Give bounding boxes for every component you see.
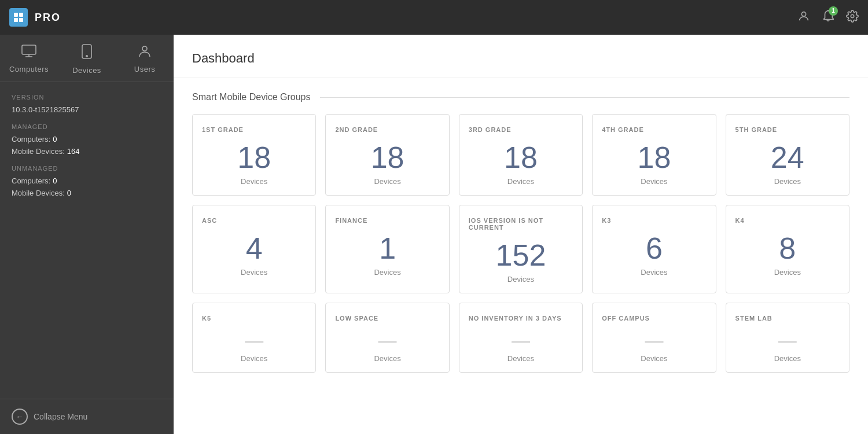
card-group-name: 1ST GRADE [202, 126, 306, 133]
card-group-name: OFF CAMPUS [602, 315, 706, 322]
card-devices-label: Devices [202, 268, 306, 277]
unmanaged-mobile-row: Mobile Devices: 0 [12, 189, 162, 197]
card-devices-label: Devices [202, 354, 306, 363]
alerts-icon-btn[interactable]: 1 [822, 10, 834, 25]
svg-rect-6 [22, 45, 36, 54]
device-grid-row2: ASC 4 Devices FINANCE 1 Devices IOS VERS… [192, 205, 849, 293]
top-nav-right: 1 [797, 10, 859, 25]
device-card[interactable]: STEM LAB — Devices [726, 303, 849, 373]
card-group-name: ASC [202, 217, 306, 224]
card-count: — [469, 331, 573, 350]
sidebar-info: VERSION 10.3.0-t1521825567 MANAGED Compu… [0, 82, 174, 399]
dashboard-title: Dashboard [192, 51, 849, 66]
device-card[interactable]: K4 8 Devices [726, 205, 849, 293]
device-card[interactable]: 4TH GRADE 18 Devices [592, 114, 716, 196]
card-count: 18 [469, 142, 573, 172]
main-layout: Computers Devices Users [0, 35, 868, 434]
top-nav: PRO 1 [0, 0, 868, 35]
card-devices-label: Devices [602, 177, 706, 186]
managed-computers-val: 0 [53, 135, 57, 144]
device-card[interactable]: FINANCE 1 Devices [325, 205, 449, 293]
dashboard-header: Dashboard [174, 35, 868, 78]
devices-icon [81, 44, 93, 62]
card-count: 18 [602, 142, 706, 172]
card-group-name: IOS VERSION IS NOT CURRENT [469, 217, 573, 231]
version-label: VERSION [12, 94, 162, 101]
card-group-name: STEM LAB [735, 315, 840, 322]
managed-mobile-val: 164 [67, 147, 80, 156]
svg-point-10 [86, 56, 87, 57]
unmanaged-mobile-val: 0 [67, 189, 71, 197]
card-count: — [735, 331, 840, 350]
device-card[interactable]: LOW SPACE — Devices [325, 303, 449, 373]
card-count: — [602, 331, 706, 350]
unmanaged-mobile-key: Mobile Devices: [12, 189, 65, 197]
card-group-name: 3RD GRADE [469, 126, 573, 133]
card-devices-label: Devices [602, 268, 706, 277]
card-devices-label: Devices [469, 177, 573, 186]
card-devices-label: Devices [469, 354, 573, 363]
card-count: 1 [335, 233, 439, 263]
managed-label: MANAGED [12, 123, 162, 130]
sidebar-tab-devices[interactable]: Devices [58, 35, 116, 82]
card-devices-label: Devices [469, 275, 573, 284]
device-grid-row1: 1ST GRADE 18 Devices 2ND GRADE 18 Device… [192, 114, 849, 196]
users-tab-label: Users [134, 65, 155, 73]
device-card[interactable]: K5 — Devices [192, 303, 316, 373]
managed-computers-key: Computers: [12, 135, 50, 144]
device-grid-row3: K5 — Devices LOW SPACE — Devices NO INVE… [192, 303, 849, 373]
collapse-menu-btn[interactable]: ← Collapse Menu [0, 399, 174, 434]
unmanaged-label: UNMANAGED [12, 165, 162, 172]
computers-icon [21, 44, 37, 61]
card-devices-label: Devices [335, 354, 439, 363]
jamf-logo-icon [9, 8, 28, 27]
card-count: 24 [735, 142, 840, 172]
card-count: 18 [202, 142, 306, 172]
users-icon [137, 44, 152, 61]
device-card[interactable]: 5TH GRADE 24 Devices [726, 114, 849, 196]
card-group-name: NO INVENTORY IN 3 DAYS [469, 315, 573, 322]
notification-badge: 1 [829, 6, 838, 16]
svg-rect-3 [19, 18, 23, 22]
sidebar-tab-computers[interactable]: Computers [0, 35, 58, 82]
logo-text: PRO [35, 12, 61, 24]
device-card[interactable]: NO INVENTORY IN 3 DAYS — Devices [459, 303, 583, 373]
unmanaged-computers-row: Computers: 0 [12, 176, 162, 185]
card-devices-label: Devices [602, 354, 706, 363]
managed-mobile-key: Mobile Devices: [12, 147, 65, 156]
managed-section: MANAGED Computers: 0 Mobile Devices: 164 [12, 123, 162, 156]
unmanaged-computers-val: 0 [53, 176, 57, 185]
device-card[interactable]: 3RD GRADE 18 Devices [459, 114, 583, 196]
card-group-name: FINANCE [335, 217, 439, 224]
user-icon-btn[interactable] [797, 10, 810, 25]
settings-icon-btn[interactable] [846, 10, 859, 25]
managed-mobile-row: Mobile Devices: 164 [12, 147, 162, 156]
card-count: 4 [202, 233, 306, 263]
device-card[interactable]: 2ND GRADE 18 Devices [325, 114, 449, 196]
card-devices-label: Devices [735, 268, 840, 277]
device-card[interactable]: IOS VERSION IS NOT CURRENT 152 Devices [459, 205, 583, 293]
dashboard-body: Smart Mobile Device Groups 1ST GRADE 18 … [174, 78, 868, 396]
card-group-name: LOW SPACE [335, 315, 439, 322]
device-card[interactable]: 1ST GRADE 18 Devices [192, 114, 316, 196]
card-devices-label: Devices [202, 177, 306, 186]
card-devices-label: Devices [735, 177, 840, 186]
devices-tab-label: Devices [72, 66, 101, 75]
svg-point-11 [142, 46, 147, 51]
managed-computers-row: Computers: 0 [12, 135, 162, 144]
device-card[interactable]: ASC 4 Devices [192, 205, 316, 293]
svg-rect-1 [19, 13, 23, 17]
card-count: 18 [335, 142, 439, 172]
unmanaged-section: UNMANAGED Computers: 0 Mobile Devices: 0 [12, 165, 162, 197]
sidebar-tab-users[interactable]: Users [116, 35, 174, 82]
card-devices-label: Devices [335, 268, 439, 277]
unmanaged-computers-key: Computers: [12, 176, 50, 185]
svg-rect-0 [14, 13, 18, 17]
card-group-name: 2ND GRADE [335, 126, 439, 133]
device-card[interactable]: OFF CAMPUS — Devices [592, 303, 716, 373]
svg-point-4 [801, 12, 806, 16]
logo-area: PRO [9, 8, 61, 27]
card-group-name: 5TH GRADE [735, 126, 840, 133]
card-group-name: K5 [202, 315, 306, 322]
device-card[interactable]: K3 6 Devices [592, 205, 716, 293]
